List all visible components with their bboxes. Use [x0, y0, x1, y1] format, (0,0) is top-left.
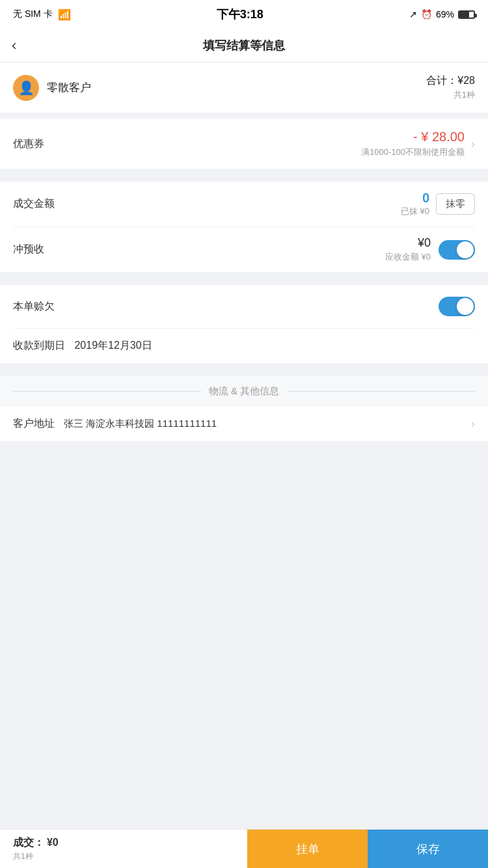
round-off-button[interactable]: 抹零 [436, 193, 475, 215]
defer-label: 本单赊欠 [13, 300, 55, 314]
coupon-detail: - ¥ 28.00 满1000-100不限制使用金额 [361, 129, 465, 158]
section-divider-2 [0, 278, 488, 285]
deal-card: 成交金额 0 已抹 ¥0 抹零 冲预收 ¥0 应收金额 ¥0 [0, 182, 488, 272]
bottom-deal-amount: ¥0 [47, 837, 59, 848]
address-value: 张三 海淀永丰科技园 11111111111 [64, 418, 471, 430]
logistics-label: 物流 & 其他信息 [209, 385, 279, 398]
avatar-icon: 👤 [18, 80, 34, 96]
location-icon: ↗ [409, 9, 417, 20]
deal-amount-col: 0 已抹 ¥0 [401, 191, 429, 217]
chevron-right-icon: › [471, 137, 475, 151]
prepay-amount: ¥0 [385, 236, 431, 250]
main-content: 👤 零散客户 合计：¥28 共1种 优惠券 - ¥ 28.00 满1000-10… [0, 62, 488, 578]
customer-row: 👤 零散客户 合计：¥28 共1种 [0, 62, 488, 113]
address-row[interactable]: 客户地址 张三 海淀永丰科技园 11111111111 › [0, 407, 488, 441]
logistics-line-right [287, 391, 475, 392]
prepay-row: 冲预收 ¥0 应收金额 ¥0 [0, 227, 488, 272]
coupon-right: - ¥ 28.00 满1000-100不限制使用金额 › [361, 129, 475, 158]
section-divider-3 [0, 370, 488, 376]
address-card[interactable]: 客户地址 张三 海淀永丰科技园 11111111111 › [0, 407, 488, 441]
bottom-deal: 成交： ¥0 [13, 836, 247, 850]
due-date-label: 收款到期日 [13, 340, 65, 351]
deal-label: 成交金额 [13, 197, 55, 211]
empty-space [0, 448, 488, 578]
prepay-amount-col: ¥0 应收金额 ¥0 [385, 236, 431, 263]
back-button[interactable]: ‹ [12, 37, 16, 54]
coupon-card[interactable]: 优惠券 - ¥ 28.00 满1000-100不限制使用金额 › [0, 119, 488, 169]
battery-text: 69% [436, 9, 454, 20]
defer-toggle-knob [457, 298, 474, 315]
prepay-right: ¥0 应收金额 ¥0 [385, 236, 475, 263]
no-sim-text: 无 SIM 卡 [13, 8, 53, 20]
bottom-count: 共1种 [13, 851, 247, 862]
total-count: 共1种 [426, 89, 475, 101]
battery-icon [458, 10, 475, 19]
deferred-card: 本单赊欠 收款到期日 2019年12月30日 [0, 285, 488, 363]
status-left: 无 SIM 卡 📶 [13, 8, 71, 21]
prepay-toggle[interactable] [439, 240, 475, 260]
nav-bar: ‹ 填写结算等信息 [0, 29, 488, 62]
due-date-row: 收款到期日 2019年12月30日 [0, 329, 488, 363]
defer-toggle[interactable] [439, 297, 475, 316]
deal-prefix: 成交： [13, 837, 44, 848]
defer-row: 本单赊欠 [0, 285, 488, 328]
coupon-row[interactable]: 优惠券 - ¥ 28.00 满1000-100不限制使用金额 › [0, 119, 488, 169]
status-time: 下午3:18 [217, 7, 264, 22]
logistics-line-left [13, 391, 201, 392]
wifi-icon: 📶 [58, 8, 71, 21]
address-chevron-icon: › [471, 417, 475, 431]
status-bar: 无 SIM 卡 📶 下午3:18 ↗ ⏰ 69% [0, 0, 488, 29]
prepay-label: 冲预收 [13, 243, 44, 256]
deal-already: 已抹 ¥0 [401, 206, 429, 217]
status-right: ↗ ⏰ 69% [409, 9, 475, 20]
page-title: 填写结算等信息 [203, 38, 285, 53]
address-label: 客户地址 [13, 417, 55, 431]
deal-amount-value: 0 [401, 191, 429, 206]
coupon-desc: 满1000-100不限制使用金额 [361, 146, 465, 158]
customer-card: 👤 零散客户 合计：¥28 共1种 [0, 62, 488, 113]
coupon-amount: - ¥ 28.00 [361, 129, 465, 144]
due-date-value: 2019年12月30日 [74, 340, 152, 351]
bottom-info: 成交： ¥0 共1种 [0, 830, 247, 868]
logistics-header: 物流 & 其他信息 [0, 376, 488, 407]
deal-right: 0 已抹 ¥0 抹零 [401, 191, 475, 217]
address-right: › [471, 417, 475, 431]
bottom-bar: 成交： ¥0 共1种 挂单 保存 [0, 829, 488, 868]
toggle-knob [457, 241, 474, 258]
deal-row: 成交金额 0 已抹 ¥0 抹零 [0, 182, 488, 226]
customer-left: 👤 零散客户 [13, 75, 91, 101]
customer-right: 合计：¥28 共1种 [426, 74, 475, 101]
section-divider-1 [0, 175, 488, 182]
hold-button[interactable]: 挂单 [247, 830, 368, 868]
receivable: 应收金额 ¥0 [385, 251, 431, 263]
avatar: 👤 [13, 75, 39, 101]
alarm-icon: ⏰ [421, 9, 432, 20]
customer-name: 零散客户 [47, 80, 91, 95]
coupon-label: 优惠券 [13, 137, 44, 151]
save-button[interactable]: 保存 [368, 830, 488, 868]
total-amount: 合计：¥28 [426, 74, 475, 88]
